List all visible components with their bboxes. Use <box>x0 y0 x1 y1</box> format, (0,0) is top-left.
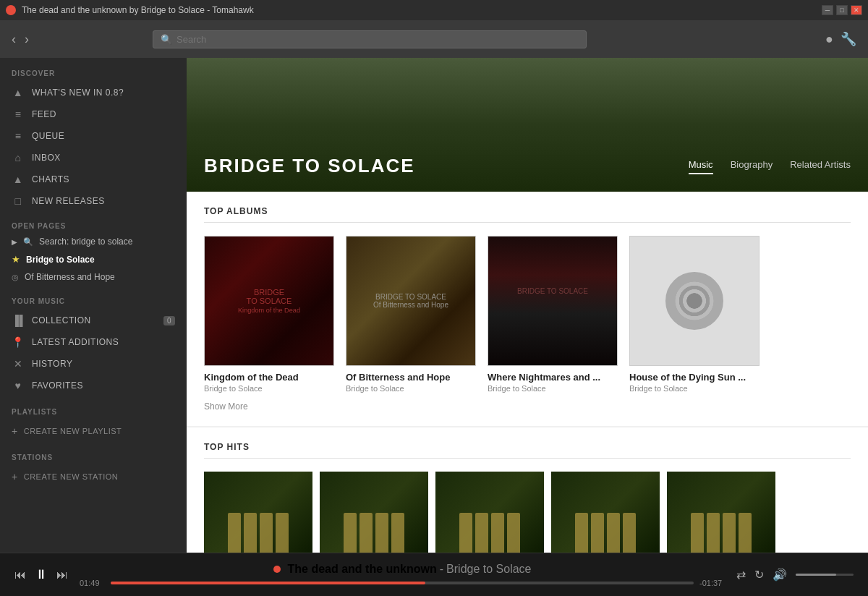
hit-card-4[interactable] <box>551 472 660 553</box>
volume-button[interactable]: 🔊 <box>773 568 787 582</box>
discover-label: DISCOVER <box>0 58 187 82</box>
next-button[interactable]: ⏭ <box>56 569 68 582</box>
album-title-1: Kingdom of the Dead <box>204 372 334 383</box>
album-cover-2: BRIDGE TO SOLACEOf Bitterness and Hope <box>346 236 476 366</box>
album-artist-1: Bridge to Solace <box>204 384 334 393</box>
disc-icon: ◎ <box>12 273 19 282</box>
shuffle-button[interactable]: ⇄ <box>736 568 746 582</box>
sidebar-bitterness-label: Of Bitterness and Hope <box>25 272 115 282</box>
create-playlist-button[interactable]: + CREATE NEW PLAYLIST <box>0 420 187 442</box>
sidebar-item-queue[interactable]: ≡ QUEUE <box>0 125 187 147</box>
sidebar-item-collection[interactable]: ▐▌ COLLECTION 0 <box>0 310 187 331</box>
history-icon: ✕ <box>12 358 25 370</box>
player-controls: ⏮ ⏸ ⏭ <box>14 567 68 582</box>
alert-icon: ▲ <box>12 87 25 98</box>
create-station-label: CREATE NEW STATION <box>24 472 119 481</box>
pause-button[interactable]: ⏸ <box>35 567 48 582</box>
charts-icon: ▲ <box>12 174 25 185</box>
top-hits-section: TOP HITS <box>187 427 868 553</box>
album-card-1[interactable]: BRIDGETO SOLACEKingdom of the Dead Kingd… <box>204 236 334 393</box>
sidebar-item-whats-new[interactable]: ▲ WHAT'S NEW IN 0.8? <box>0 82 187 103</box>
tab-related-artists[interactable]: Related Artists <box>790 159 851 174</box>
hit-card-1[interactable] <box>204 472 312 553</box>
collection-icon: ▐▌ <box>12 315 25 326</box>
player-separator: - <box>440 563 443 576</box>
player-bar: ⏮ ⏸ ⏭ The dead and the unknown - Bridge … <box>0 553 868 596</box>
progress-bar[interactable] <box>111 582 694 584</box>
album-title-3: Where Nightmares and ... <box>488 372 618 383</box>
close-button[interactable]: ✕ <box>851 5 862 15</box>
back-button[interactable]: ‹ <box>12 33 16 46</box>
artist-header: BRIDGE TO SOLACE Music Biography Related… <box>187 58 868 192</box>
album-art-1: BRIDGETO SOLACEKingdom of the Dead <box>205 237 333 365</box>
album-artist-3: Bridge to Solace <box>488 384 618 393</box>
sidebar-item-history[interactable]: ✕ HISTORY <box>0 353 187 375</box>
play-icon: ▶ <box>12 238 17 246</box>
inbox-icon: ⌂ <box>12 152 25 163</box>
albums-grid: BRIDGETO SOLACEKingdom of the Dead Kingd… <box>204 236 851 393</box>
sidebar-item-latest-additions[interactable]: 📍 LATEST ADDITIONS <box>0 331 187 353</box>
album-cover-3: BRIDGE TO SOLACE <box>488 236 618 366</box>
album-artist-2: Bridge to Solace <box>346 384 476 393</box>
album-cover-4 <box>629 236 760 366</box>
search-input[interactable] <box>176 34 579 45</box>
previous-button[interactable]: ⏮ <box>14 569 26 582</box>
settings-button[interactable]: 🔧 <box>841 31 856 47</box>
search-icon: 🔍 <box>161 34 172 45</box>
maximize-button[interactable]: □ <box>836 5 848 15</box>
sidebar-item-bridge-to-solace[interactable]: ★ Bridge to Solace <box>0 250 187 268</box>
search-icon-small: 🔍 <box>23 237 33 247</box>
sidebar-search-label: Search: bridge to solace <box>39 237 132 247</box>
hit-card-5[interactable] <box>667 472 775 553</box>
sidebar-item-charts[interactable]: ▲ CHARTS <box>0 169 187 190</box>
create-playlist-label: CREATE NEW PLAYLIST <box>24 427 122 435</box>
window-controls: ─ □ ✕ <box>822 5 862 15</box>
sidebar-item-queue-label: QUEUE <box>32 131 64 141</box>
main-layout: DISCOVER ▲ WHAT'S NEW IN 0.8? ≡ FEED ≡ Q… <box>0 58 868 553</box>
sidebar: DISCOVER ▲ WHAT'S NEW IN 0.8? ≡ FEED ≡ Q… <box>0 58 187 553</box>
tab-biography[interactable]: Biography <box>731 159 773 174</box>
stations-label: STATIONS <box>0 442 187 466</box>
hits-grid <box>204 472 851 553</box>
progress-row: 01:49 -01:37 <box>80 579 725 587</box>
show-more-link[interactable]: Show More <box>204 393 851 412</box>
search-bar: 🔍 <box>153 30 587 48</box>
sidebar-favorites-label: FAVORITES <box>32 380 83 391</box>
vinyl-icon <box>665 272 723 330</box>
volume-slider[interactable] <box>796 574 854 576</box>
playing-indicator <box>273 566 281 573</box>
location-icon: 📍 <box>12 336 25 348</box>
minimize-button[interactable]: ─ <box>822 5 833 15</box>
user-icon-button[interactable]: ● <box>825 32 833 47</box>
player-right-controls: ⇄ ↻ 🔊 <box>736 568 854 582</box>
top-albums-title: TOP ALBUMS <box>204 206 851 223</box>
repeat-button[interactable]: ↻ <box>754 568 764 582</box>
playlists-label: PLAYLISTS <box>0 396 187 420</box>
album-artist-4: Bridge to Solace <box>629 384 760 393</box>
album-card-4[interactable]: House of the Dying Sun ... Bridge to Sol… <box>629 236 760 393</box>
window-title: The dead and the unknown by Bridge to So… <box>22 5 822 15</box>
sidebar-item-feed[interactable]: ≡ FEED <box>0 103 187 125</box>
content-area: BRIDGE TO SOLACE Music Biography Related… <box>187 58 868 553</box>
tab-music[interactable]: Music <box>689 159 713 174</box>
sidebar-item-charts-label: CHARTS <box>32 174 69 184</box>
hit-card-3[interactable] <box>435 472 544 553</box>
hit-cover-3 <box>435 472 544 553</box>
open-pages-label: OPEN PAGES <box>0 212 187 233</box>
album-card-3[interactable]: BRIDGE TO SOLACE Where Nightmares and ..… <box>488 236 618 393</box>
sidebar-item-inbox-label: INBOX <box>32 153 61 163</box>
album-card-2[interactable]: BRIDGE TO SOLACEOf Bitterness and Hope O… <box>346 236 476 393</box>
heart-icon: ♥ <box>12 380 25 391</box>
sidebar-item-inbox[interactable]: ⌂ INBOX <box>0 147 187 169</box>
sidebar-item-favorites[interactable]: ♥ FAVORITES <box>0 375 187 396</box>
sidebar-item-new-releases[interactable]: □ NEW RELEASES <box>0 190 187 212</box>
hit-card-2[interactable] <box>320 472 428 553</box>
sidebar-item-search-result[interactable]: ▶ 🔍 Search: bridge to solace <box>0 233 187 250</box>
collection-badge: 0 <box>163 316 175 325</box>
hit-cover-4 <box>551 472 660 553</box>
sidebar-bridge-label: Bridge to Solace <box>26 255 95 265</box>
forward-button[interactable]: › <box>25 33 29 46</box>
create-station-button[interactable]: + CREATE NEW STATION <box>0 466 187 488</box>
app-icon <box>6 5 16 15</box>
sidebar-item-of-bitterness[interactable]: ◎ Of Bitterness and Hope <box>0 268 187 286</box>
